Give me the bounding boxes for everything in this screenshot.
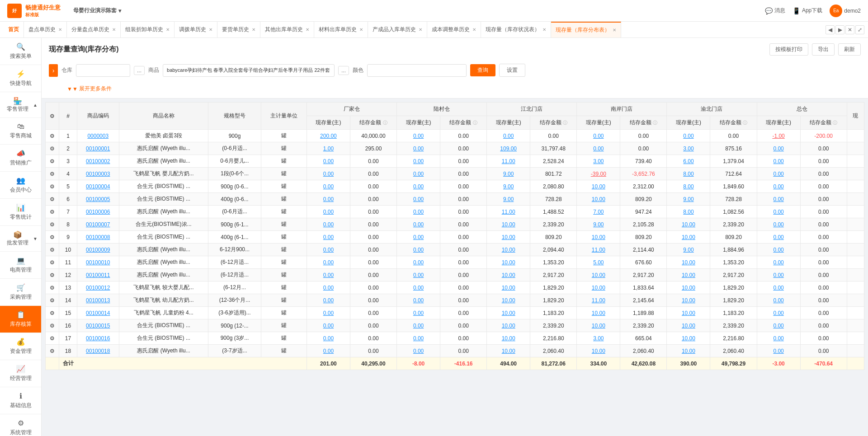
total-w1-amt: 40,295.00 [350, 357, 396, 370]
row-settings[interactable]: ⚙ [46, 206, 59, 218]
row-settings[interactable]: ⚙ [46, 155, 59, 168]
row-code: 00100001 [77, 142, 119, 155]
sidebar-item-ops[interactable]: 📈 经营管理 [0, 360, 41, 387]
close-icon[interactable]: ✕ [542, 27, 546, 32]
warehouse-dots-btn[interactable]: ... [134, 66, 145, 75]
sidebar-item-system[interactable]: ⚙ 系统管理 [0, 414, 41, 436]
tab-t10[interactable]: 现存量（库存状况表） ✕ [481, 22, 551, 38]
row-w2-amt: 0.00 [440, 218, 487, 231]
row-w1-amt: 0.00 [350, 231, 396, 244]
row-spec: (6-12月适... [208, 269, 261, 281]
sidebar-item-inventory[interactable]: 📋 库存核算 [0, 306, 41, 333]
row-settings[interactable]: ⚙ [46, 345, 59, 357]
row-w3-amt: 1,353.20 [530, 256, 577, 269]
close-icon[interactable]: ✕ [472, 27, 476, 32]
tab-home[interactable]: 首页 [4, 22, 24, 38]
sidebar-item-retail-shop[interactable]: 🛍 零售商城 [0, 118, 41, 145]
page-title: 现存量查询(库存分布) [49, 45, 119, 54]
refresh-btn[interactable]: 刷新 [838, 43, 861, 56]
main-layout: 🔍 搜索英单 ⚡ 快捷导航 🏪 零售管理 ▲ 🛍 零售商城 📣 营销推广 👥 会… [0, 38, 868, 436]
tab-t5[interactable]: 要货单历史 ✕ [217, 22, 260, 38]
row-w3-qty: 9.00 [487, 193, 530, 206]
tab-t7[interactable]: 材料出库单历史 ✕ [314, 22, 368, 38]
page-title-row: 现存量查询(库存分布) 按模板打印 导出 刷新 [49, 43, 861, 56]
product-input[interactable] [163, 64, 335, 77]
query-btn[interactable]: 查询 [470, 64, 495, 76]
sidebar-item-wholesale[interactable]: 📦 批发管理 ▼ [0, 226, 41, 252]
sidebar-item-retail-mgmt[interactable]: 🏪 零售管理 ▲ [0, 92, 41, 118]
color-input[interactable] [367, 64, 467, 77]
tab-close-btn[interactable]: ✕ [845, 25, 854, 34]
row-settings[interactable]: ⚙ [46, 231, 59, 244]
tab-prev-btn[interactable]: ◀ [826, 25, 835, 34]
export-btn[interactable]: 导出 [812, 43, 835, 56]
table-row: ⚙ 14 00100013 飞鹤星飞帆 幼儿配方奶... (12-36个月...… [46, 294, 864, 307]
row-settings[interactable]: ⚙ [46, 218, 59, 231]
close-icon[interactable]: ✕ [58, 27, 62, 32]
close-icon[interactable]: ✕ [209, 27, 212, 32]
close-icon[interactable]: ✕ [419, 27, 422, 32]
sidebar-label-retail-mgmt: 零售管理 [7, 105, 28, 113]
row-settings[interactable]: ⚙ [46, 180, 59, 193]
row-w2-qty: 0.00 [397, 319, 440, 332]
row-w3-qty: 10.00 [487, 256, 530, 269]
settings-btn[interactable]: 设置 [499, 64, 525, 77]
row-settings[interactable]: ⚙ [46, 244, 59, 256]
product-dots-btn[interactable]: ... [338, 66, 349, 75]
sidebar-item-purchase[interactable]: 🛒 采购管理 [0, 279, 41, 306]
warehouse-selector[interactable]: 母婴行业演示陈套 ▾ [73, 7, 121, 14]
row-settings[interactable]: ⚙ [46, 332, 59, 345]
close-icon[interactable]: ✕ [112, 27, 116, 32]
col-group-warehouse5: 渝北门店 [667, 103, 757, 116]
close-icon[interactable]: ✕ [306, 27, 309, 32]
row-settings[interactable]: ⚙ [46, 269, 59, 281]
row-settings[interactable]: ⚙ [46, 307, 59, 319]
sidebar-item-finance[interactable]: 💰 资金管理 [0, 333, 41, 360]
sidebar-item-member[interactable]: 👥 会员中心 [0, 172, 41, 199]
row-settings[interactable]: ⚙ [46, 142, 59, 155]
tab-t11[interactable]: 现存量（库存分布表） ✕ [551, 22, 621, 38]
row-w4-qty: 3.00 [577, 155, 620, 168]
print-btn[interactable]: 按模板打印 [769, 43, 808, 56]
close-icon[interactable]: ✕ [166, 27, 170, 32]
sidebar-item-nav[interactable]: ⚡ 快捷导航 [0, 65, 41, 92]
settings-col-header[interactable]: ⚙ [46, 103, 59, 130]
row-settings[interactable]: ⚙ [46, 294, 59, 307]
tab-expand-btn[interactable]: ⤢ [855, 25, 864, 34]
table-area[interactable]: ⚙ # 商品编码 商品名称 规格型号 主计量单位 厂家仓 陆村仓 江北门店 南岸… [42, 98, 868, 436]
message-btn[interactable]: 💬 消息 [765, 7, 785, 14]
close-icon[interactable]: ✕ [252, 27, 255, 32]
app-download-btn[interactable]: 📱 App下载 [793, 7, 822, 14]
sidebar-item-marketing[interactable]: 📣 营销推广 [0, 145, 41, 172]
row-settings[interactable]: ⚙ [46, 130, 59, 142]
close-icon[interactable]: ✕ [613, 28, 616, 33]
row-settings[interactable]: ⚙ [46, 319, 59, 332]
tab-t9[interactable]: 成本调整单历史 ✕ [427, 22, 481, 38]
sidebar-item-basic[interactable]: ℹ 基础信息 [0, 387, 41, 414]
row-code: 00100009 [77, 244, 119, 256]
row-code: 00100008 [77, 231, 119, 244]
row-spec: (6-12月适... [208, 256, 261, 269]
row-wt-qty: 0.00 [757, 180, 800, 193]
sidebar-item-search[interactable]: 🔍 搜索英单 [0, 38, 41, 65]
tab-t4[interactable]: 调拨单历史 ✕ [175, 22, 217, 38]
tab-t1[interactable]: 盘点单历史 ✕ [24, 22, 67, 38]
tab-next-btn[interactable]: ▶ [835, 25, 844, 34]
sidebar-item-retail-stats[interactable]: 📊 零售统计 [0, 199, 41, 226]
row-settings[interactable]: ⚙ [46, 281, 59, 294]
close-icon[interactable]: ✕ [359, 27, 363, 32]
filter-expand-arrow[interactable]: › [49, 64, 58, 77]
tab-t2[interactable]: 分量盘点单历史 ✕ [67, 22, 121, 38]
total-w4-qty: 334.00 [577, 357, 620, 370]
tab-t8[interactable]: 产成品入库单历史 ✕ [368, 22, 427, 38]
expand-conditions-btn[interactable]: ▼▼ 展开更多条件 [63, 83, 861, 94]
row-settings[interactable]: ⚙ [46, 256, 59, 269]
row-current [847, 193, 864, 206]
row-settings[interactable]: ⚙ [46, 168, 59, 180]
tab-t6[interactable]: 其他出库单历史 ✕ [260, 22, 314, 38]
row-settings[interactable]: ⚙ [46, 193, 59, 206]
sidebar-item-ecom[interactable]: 💻 电商管理 [0, 252, 41, 279]
warehouse-input[interactable] [76, 64, 130, 77]
user-avatar[interactable]: Ea demo2 [830, 5, 861, 17]
tab-t3[interactable]: 组装折卸单历史 ✕ [121, 22, 175, 38]
